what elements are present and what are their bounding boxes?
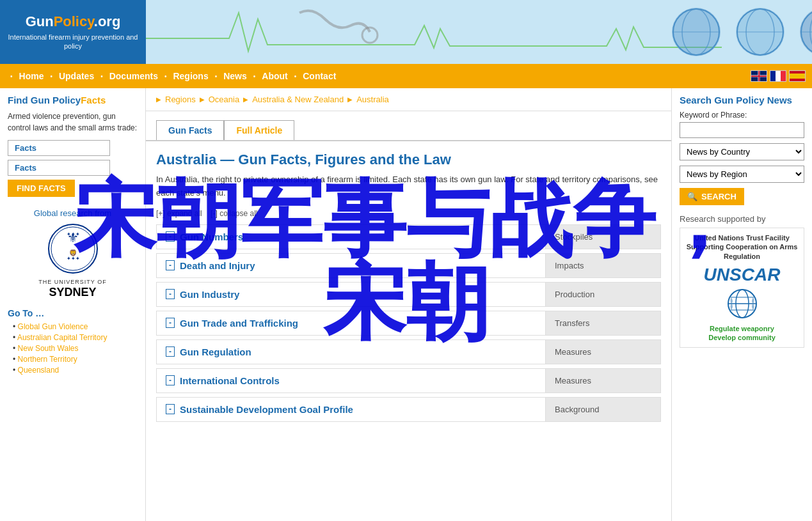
fact-left-1: - Death and Injury (156, 253, 546, 278)
header: GunPolicy.org International firearm inju… (0, 0, 812, 64)
nav-flags (751, 70, 806, 82)
unscar-tagline: Regulate weaponryDevelop community (685, 324, 799, 343)
fact-sections: - Gun Numbers Stockpiles - Death and Inj… (146, 224, 671, 422)
unscar-title: United Nations Trust Facility Supporting… (685, 233, 799, 261)
expand-all-label[interactable]: expand all (167, 209, 202, 218)
breadcrumb-arrow3: ▶ (347, 96, 353, 103)
nav-dot7: • (294, 73, 297, 80)
breadcrumb-australia[interactable]: Australia (356, 95, 389, 104)
global-research-label: Global research from (8, 208, 138, 218)
sydney-subtitle: THE UNIVERSITY OF (8, 279, 138, 286)
logo-subtitle: International firearm injury prevention … (6, 33, 139, 51)
banner-area (146, 0, 812, 64)
nav-contact[interactable]: Contact (300, 71, 338, 81)
table-row: - Gun Numbers Stockpiles (156, 224, 661, 249)
table-row: - Gun Trade and Trafficking Transfers (156, 311, 661, 336)
toggle-5[interactable]: - (166, 375, 175, 385)
sydney-name: SYDNEY (8, 286, 138, 300)
find-title: Find Gun PolicyFacts (8, 95, 138, 105)
collapse-all-label[interactable]: collapse all (219, 209, 257, 218)
goto-qld[interactable]: Queensland (8, 366, 138, 375)
nav-dot4: • (164, 73, 167, 80)
fact-right-2: Production (546, 282, 661, 307)
logo-title: GunPolicy.org (26, 13, 121, 30)
nav-updates[interactable]: Updates (56, 71, 97, 81)
goto-global-gun-violence[interactable]: Global Gun Violence (8, 322, 138, 331)
tab-gun-facts[interactable]: Gun Facts (156, 120, 224, 140)
search-icon: 🔍 (687, 192, 697, 201)
svg-text:✦✦✦: ✦✦✦ (66, 256, 79, 261)
nav-regions[interactable]: Regions (170, 71, 211, 81)
toggle-4[interactable]: - (166, 346, 175, 357)
nav-news[interactable]: News (221, 71, 250, 81)
table-row: - Gun Regulation Measures (156, 339, 661, 364)
breadcrumb-anz[interactable]: Australia & New Zealand (252, 95, 344, 104)
toggle-6[interactable]: - (166, 404, 175, 414)
breadcrumb: ▶ Regions ▶ Oceania ▶ Australia & New Ze… (146, 88, 671, 111)
table-row: - Gun Industry Production (156, 282, 661, 307)
goto-nt[interactable]: Northern Territory (8, 355, 138, 364)
expand-collapse-controls: [+] expand all [-] collapse all (146, 206, 671, 224)
nav-dot2: • (50, 73, 52, 80)
left-sidebar: Find Gun PolicyFacts Armed violence prev… (0, 88, 146, 521)
breadcrumb-oceania[interactable]: Oceania (209, 95, 239, 104)
fact-label-5[interactable]: International Controls (180, 375, 280, 386)
breadcrumb-regions[interactable]: Regions (165, 95, 196, 104)
unscar-box: United Nations Trust Facility Supporting… (680, 228, 804, 348)
goto-act[interactable]: Australian Capital Territory (8, 333, 138, 342)
fact-label-6[interactable]: Sustainable Development Goal Profile (180, 404, 353, 415)
facts-btn-2[interactable]: Facts (8, 160, 110, 176)
toggle-3[interactable]: - (166, 318, 175, 328)
flag-uk[interactable] (751, 70, 767, 82)
tabs-container: Gun Facts Full Article (146, 111, 671, 141)
goto-nsw[interactable]: New South Wales (8, 344, 138, 353)
content-area: ▶ Regions ▶ Oceania ▶ Australia & New Ze… (146, 88, 671, 521)
fact-left-2: - Gun Industry (156, 282, 546, 307)
facts-btn-1[interactable]: Facts (8, 140, 110, 156)
nav-dot: • (10, 73, 13, 80)
svg-text:✦✦✦: ✦✦✦ (66, 231, 79, 237)
find-facts-button[interactable]: FIND FACTS (8, 180, 75, 197)
fact-label-2[interactable]: Gun Industry (180, 289, 239, 300)
keyword-label: Keyword or Phrase: (680, 111, 804, 120)
right-sidebar: Search Gun Policy News Keyword or Phrase… (671, 88, 812, 521)
fact-right-1: Impacts (546, 253, 661, 278)
goto-title: Go To … (8, 308, 138, 318)
search-input[interactable] (680, 122, 804, 138)
search-btn-label: SEARCH (701, 192, 736, 201)
fact-label-4[interactable]: Gun Regulation (180, 346, 251, 357)
flag-fr[interactable] (770, 70, 786, 82)
breadcrumb-arrow0: ▶ (156, 96, 161, 103)
search-button[interactable]: 🔍 SEARCH (680, 188, 744, 205)
fact-label-0[interactable]: Gun Numbers (180, 231, 243, 242)
nav-dot6: • (253, 73, 256, 80)
fact-right-6: Background (546, 397, 661, 422)
table-row: - International Controls Measures (156, 368, 661, 393)
news-by-country-select[interactable]: News by Country (680, 143, 804, 160)
nav-about[interactable]: About (259, 71, 290, 81)
fact-right-0: Stockpiles (546, 224, 661, 249)
sydney-crest-icon: ⚜ 🦁 ✦✦✦ ✦✦✦ (47, 223, 99, 274)
toggle-0[interactable]: - (166, 231, 175, 242)
fact-left-0: - Gun Numbers (156, 224, 546, 249)
fact-label-1[interactable]: Death and Injury (180, 260, 255, 271)
fact-right-3: Transfers (546, 311, 661, 336)
nav-home[interactable]: Home (17, 71, 47, 81)
logo-org: .org (94, 13, 121, 29)
facts-text: Facts (81, 95, 106, 105)
fact-left-5: - International Controls (156, 368, 546, 393)
nav-dot3: • (100, 73, 103, 80)
breadcrumb-arrow1: ▶ (200, 96, 205, 103)
page-title: Australia — Gun Facts, Figures and the L… (156, 152, 661, 168)
toggle-2[interactable]: - (166, 289, 175, 299)
tab-full-article[interactable]: Full Article (224, 120, 294, 140)
news-by-region-select[interactable]: News by Region (680, 166, 804, 183)
nav-documents[interactable]: Documents (107, 71, 161, 81)
nav: • Home • Updates • Documents • Regions •… (0, 64, 812, 88)
fact-label-3[interactable]: Gun Trade and Trafficking (180, 318, 298, 329)
logo-area: GunPolicy.org International firearm inju… (0, 0, 146, 64)
nav-dot5: • (215, 73, 218, 80)
toggle-1[interactable]: - (166, 260, 175, 270)
flag-es[interactable] (789, 70, 806, 82)
fact-left-4: - Gun Regulation (156, 339, 546, 364)
